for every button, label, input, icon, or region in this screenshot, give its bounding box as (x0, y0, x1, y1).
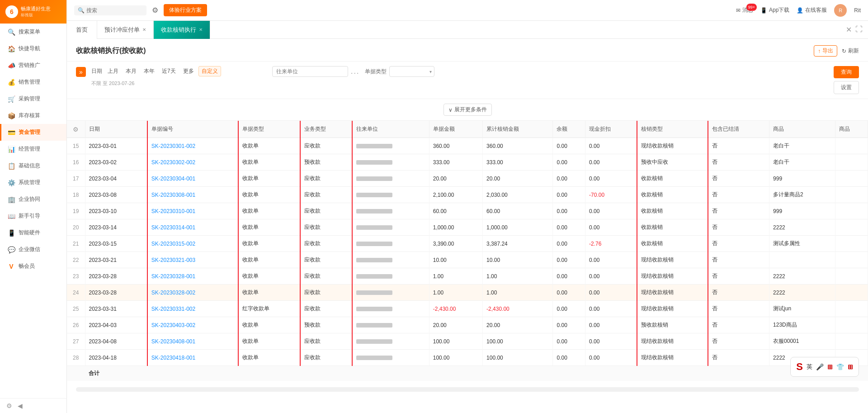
refresh-icon: ↻ (842, 48, 846, 54)
cell-cash-disc: 0.00 (585, 138, 637, 154)
cell-counterpart (352, 301, 429, 317)
counterpart-filter-group: ... (272, 66, 359, 77)
tab-close-icon[interactable]: ✕ (199, 27, 203, 32)
sidebar-item-search[interactable]: 🔍 搜索菜单 (0, 24, 66, 40)
search-input[interactable] (86, 7, 132, 14)
bill-no-link[interactable]: SK-20230408-001 (151, 338, 195, 345)
gear-icon[interactable]: ⚙ (152, 6, 158, 14)
date-btn-7days[interactable]: 近7天 (159, 66, 179, 76)
sidebar-item-purchase[interactable]: 🛒 采购管理 (0, 90, 66, 107)
solution-button[interactable]: 体验行业方案 (164, 4, 207, 16)
cell-goods1: 2222 (769, 268, 835, 285)
cell-bill-no: SK-20230315-002 (147, 236, 239, 252)
sidebar-item-inventory[interactable]: 📦 库存核算 (0, 107, 66, 124)
collapse-icon[interactable]: ◀ (18, 402, 23, 409)
bill-no-link[interactable]: SK-20230328-001 (151, 273, 195, 280)
date-btn-this-year[interactable]: 本年 (141, 66, 157, 76)
watermark-text-1: 英 (807, 363, 812, 371)
system-icon: ⚙️ (8, 179, 15, 186)
sidebar-item-marketing[interactable]: 📣 营销推广 (0, 57, 66, 74)
cell-bill-no: SK-20230301-002 (147, 138, 239, 154)
cell-no: 20 (67, 219, 85, 236)
cell-included: 否 (708, 154, 769, 171)
app-download-button[interactable]: 📱 App下载 (760, 6, 789, 14)
more-conditions-bar: ∨ 展开更多条件 (67, 99, 868, 121)
sales-icon: 💰 (8, 79, 15, 86)
export-button[interactable]: ↑ 导出 (814, 45, 837, 57)
table-row: 24 2023-03-28 SK-20230328-002 收款单 应收款 1.… (67, 285, 868, 301)
tab-shoukuan[interactable]: 收款核销执行 ✕ (154, 21, 210, 39)
sidebar-item-sales[interactable]: 💰 销售管理 (0, 74, 66, 90)
counterpart-input[interactable] (272, 66, 348, 77)
sidebar-bottom: ⚙ ◀ (0, 398, 66, 413)
cell-biz-type: 应收款 (300, 285, 352, 301)
cell-goods2 (835, 171, 868, 187)
date-btn-this-month[interactable]: 本月 (123, 66, 139, 76)
tab-maximize-icon[interactable]: ⛶ (855, 25, 863, 34)
bill-no-link[interactable]: SK-20230308-001 (151, 192, 195, 198)
bill-no-link[interactable]: SK-20230418-001 (151, 355, 195, 361)
bill-no-link[interactable]: SK-20230302-002 (151, 159, 195, 166)
tab-home[interactable]: 首页 (67, 21, 97, 39)
column-settings-icon[interactable]: ⚙ (73, 126, 79, 133)
bill-no-link[interactable]: SK-20230310-001 (151, 208, 195, 214)
table-row: 21 2023-03-15 SK-20230315-002 收款单 应收款 3,… (67, 236, 868, 252)
refresh-button[interactable]: ↻ 刷新 (842, 45, 859, 57)
cell-included: 否 (708, 187, 769, 203)
cell-goods1: 衣服00001 (769, 333, 835, 350)
sidebar-item-label: 智能硬件 (19, 229, 40, 237)
bill-no-link[interactable]: SK-20230304-001 (151, 176, 195, 182)
sidebar-item-system[interactable]: ⚙️ 系统管理 (0, 174, 66, 191)
sidebar-item-guide[interactable]: 📖 新手引导 (0, 208, 66, 224)
sidebar-item-member[interactable]: V 畅会员 (0, 258, 66, 275)
tab-close-all-icon[interactable]: ✕ (846, 25, 852, 34)
cell-biz-type: 应收款 (300, 203, 352, 219)
date-custom-button[interactable]: 自定义 (198, 66, 221, 76)
more-options-icon[interactable]: ... (351, 67, 359, 76)
expand-conditions-button[interactable]: ∨ 展开更多条件 (443, 104, 492, 116)
filter-bar: » 日期 上月 本月 本年 近7天 更多 自定义 不限 至 2023-07-26 (67, 62, 868, 99)
col-header-cancel-type: 核销类型 (637, 121, 708, 138)
tab-close-icon[interactable]: ✕ (142, 27, 146, 32)
horizontal-scrollbar[interactable] (76, 387, 859, 392)
bill-no-link[interactable]: SK-20230321-003 (151, 257, 195, 263)
basic-icon: 📋 (8, 162, 15, 170)
cell-balance: 0.00 (553, 301, 585, 317)
header-search-box[interactable]: 🔍 (74, 5, 146, 15)
cell-acc-amount: 360.00 (483, 138, 553, 154)
sidebar-item-nav[interactable]: 🏠 快捷导航 (0, 40, 66, 57)
query-button[interactable]: 查询 (834, 66, 859, 78)
bill-no-link[interactable]: SK-20230403-002 (151, 322, 195, 328)
filter-toggle-button[interactable]: » (76, 67, 86, 77)
bill-no-link[interactable]: SK-20230314-001 (151, 224, 195, 231)
voucher-type-select[interactable] (389, 66, 434, 77)
date-btn-last-month[interactable]: 上月 (105, 66, 121, 76)
filter-settings-button[interactable]: 设置 (834, 81, 859, 94)
sidebar-item-finance[interactable]: 💳 资金管理 (0, 124, 66, 141)
sidebar-item-operation[interactable]: 📊 经营管理 (0, 141, 66, 157)
bill-no-link[interactable]: SK-20230301-002 (151, 143, 195, 149)
sidebar-item-corp[interactable]: 🏢 企业协同 (0, 191, 66, 208)
online-service-button[interactable]: 👤 在线客服 (797, 6, 827, 14)
tab-yufudan[interactable]: 预计冲应付单 ✕ (97, 21, 154, 39)
settings-bottom-icon[interactable]: ⚙ (6, 402, 12, 409)
bill-no-link[interactable]: SK-20230331-002 (151, 306, 195, 312)
cell-balance: 0.00 (553, 154, 585, 171)
sidebar-item-hardware[interactable]: 📱 智能硬件 (0, 224, 66, 241)
cell-goods1: 测试多属性 (769, 236, 835, 252)
bill-no-link[interactable]: SK-20230328-002 (151, 290, 195, 296)
message-button[interactable]: ✉ 消息 99+ (736, 6, 753, 14)
bill-no-link[interactable]: SK-20230315-002 (151, 241, 195, 247)
sidebar-item-wechat[interactable]: 💬 企业微信 (0, 241, 66, 258)
cell-cancel-type: 现结收款核销 (637, 268, 708, 285)
cell-balance: 0.00 (553, 252, 585, 268)
voucher-type-select-wrap[interactable] (389, 66, 434, 77)
sidebar-item-basic[interactable]: 📋 基础信息 (0, 157, 66, 174)
cell-counterpart (352, 171, 429, 187)
cell-included: 否 (708, 236, 769, 252)
cell-acc-amount: 10.00 (483, 252, 553, 268)
page-title: 收款核销执行(按收款) (76, 46, 146, 56)
cell-bill-no: SK-20230331-002 (147, 301, 239, 317)
user-avatar[interactable]: R (834, 4, 847, 17)
date-btn-more[interactable]: 更多 (180, 66, 197, 76)
